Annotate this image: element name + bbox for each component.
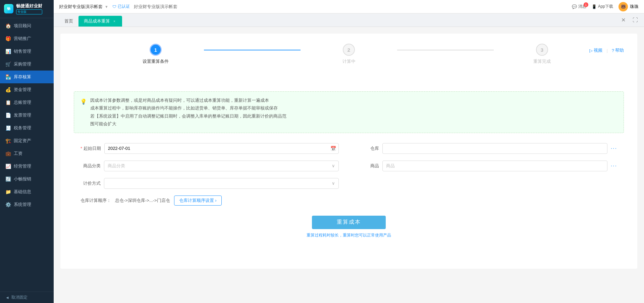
logo-text: 畅 xyxy=(7,6,10,11)
phone-icon: 📱 xyxy=(592,4,597,9)
sidebar-item-assets[interactable]: 🏗️ 固定资产 xyxy=(0,134,54,147)
sidebar-item-accounting[interactable]: 📋 总账管理 xyxy=(0,96,54,109)
main-area: 好业财专业版演示帐套 ▼ 🛡 已认证 好业财专业版演示帐套 💬 消息 1 📱 A… xyxy=(54,0,644,303)
finance-icon: 💰 xyxy=(5,87,11,92)
dropdown-arrow-icon: ▼ xyxy=(105,5,108,9)
step-1: 1 设置重算条件 xyxy=(107,44,204,64)
message-icon: 💬 xyxy=(572,4,577,9)
sidebar-item-label: 销售管理 xyxy=(14,48,31,54)
sidebar: 畅 畅捷通好业财 专业版 🏠 项目顾问 🎁 营销推广 📊 销售管理 🛒 采购管理… xyxy=(0,0,54,303)
content-area: 1 设置重算条件 2 计算中 xyxy=(54,27,644,303)
active-tab-label: 商品成本重算 xyxy=(84,18,110,24)
sidebar-item-invoice[interactable]: 📄 发票管理 xyxy=(0,109,54,122)
notice-line-3: 若【系统设置】中启用了自动调整记账日期时，会调整入库单的整单记账日期，因此重新计… xyxy=(90,112,286,120)
home-tab-label: 首页 xyxy=(64,18,73,24)
sidebar-item-purchase[interactable]: 🛒 采购管理 xyxy=(0,58,54,71)
close-icon: ✕ xyxy=(621,17,626,23)
help-link[interactable]: ? 帮助 xyxy=(612,47,624,53)
calendar-icon[interactable]: 📅 xyxy=(330,146,336,151)
goods-row: 商品 商品 ··· xyxy=(359,161,617,171)
account-selector[interactable]: 好业财专业版演示帐套 ▼ xyxy=(59,4,108,10)
sidebar-item-label: 总账管理 xyxy=(14,99,31,105)
sidebar-item-marketing[interactable]: 🎁 营销推广 xyxy=(0,32,54,45)
warehouse-order-row: 仓库计算顺序： 总仓->深圳仓库->...->门店仓 仓库计算顺序设置 › xyxy=(74,196,624,206)
notice-icon: 💡 xyxy=(80,97,87,128)
sidebar-item-basic[interactable]: 📁 基础信息 xyxy=(0,185,54,198)
sidebar-item-project[interactable]: 🏠 项目顾问 xyxy=(0,19,54,32)
step-3-number: 3 xyxy=(541,47,543,53)
sidebar-item-finance[interactable]: 💰 资金管理 xyxy=(0,83,54,96)
start-date-field: 📅 xyxy=(104,143,339,154)
avatar: 🐻 xyxy=(619,2,628,11)
goods-input[interactable]: 商品 xyxy=(382,161,607,171)
user-menu[interactable]: 🐻 珠珠 xyxy=(619,2,639,11)
tabbar-actions: ✕ ⛶ xyxy=(614,13,644,27)
sidebar-item-salary[interactable]: 💼 工资 xyxy=(0,147,54,160)
app-download-label: App下载 xyxy=(598,4,613,9)
sidebar-unpin[interactable]: ◄ 取消固定 xyxy=(0,292,54,303)
warehouse-field xyxy=(382,143,607,154)
category-select[interactable]: 商品分类 ∨ xyxy=(104,161,339,171)
start-date-row: 起始日期 📅 xyxy=(80,143,339,154)
sidebar-item-tax[interactable]: 🧾 税务管理 xyxy=(0,122,54,134)
step-connector-1 xyxy=(204,50,301,50)
video-link[interactable]: ▷ 视频 xyxy=(589,47,602,53)
warehouse-order-btn-label: 仓库计算顺序设置 › xyxy=(179,198,217,204)
goods-more-icon[interactable]: ··· xyxy=(611,163,617,169)
operation-icon: 📈 xyxy=(5,164,11,169)
step-1-label: 设置重算条件 xyxy=(143,58,169,64)
stepper-section: 1 设置重算条件 2 计算中 xyxy=(74,44,624,85)
sidebar-item-label: 小畅报销 xyxy=(14,176,31,182)
sidebar-item-label: 资金管理 xyxy=(14,87,31,93)
sidebar-item-label: 税务管理 xyxy=(14,125,31,131)
message-button[interactable]: 💬 消息 1 xyxy=(572,4,586,9)
sidebar-item-expense[interactable]: 🔄 小畅报销 xyxy=(0,173,54,185)
warehouse-input[interactable] xyxy=(382,143,607,154)
expand-icon: ⛶ xyxy=(633,17,638,23)
close-window-button[interactable]: ✕ xyxy=(619,15,628,25)
recalc-button[interactable]: 重算成本 xyxy=(312,216,386,229)
tab-home[interactable]: 首页 xyxy=(59,16,78,27)
company-name: 好业财专业版演示帐套 xyxy=(134,4,177,10)
shield-icon: 🛡 xyxy=(112,4,116,9)
pricing-row: 计价方式 ∨ xyxy=(80,178,339,189)
unpin-icon: ◄ xyxy=(5,295,9,300)
sidebar-nav: 🏠 项目顾问 🎁 营销推广 📊 销售管理 🛒 采购管理 🏪 库存核算 💰 资金管… xyxy=(0,18,54,292)
tax-icon: 🧾 xyxy=(5,125,11,131)
salary-icon: 💼 xyxy=(5,151,11,156)
notice-line-1: 因成本计算参数调整，或是对商品成本有疑问时，可以通过成本重算功能，重新计算一遍成… xyxy=(90,96,286,104)
tab-close-icon[interactable]: × xyxy=(112,19,117,24)
expense-icon: 🔄 xyxy=(5,176,11,182)
warehouse-row: 仓库 ··· xyxy=(359,143,617,154)
sidebar-item-operation[interactable]: 📈 经营管理 xyxy=(0,160,54,173)
app-download-button[interactable]: 📱 App下载 xyxy=(592,4,613,9)
start-date-input[interactable] xyxy=(104,143,339,154)
step-2-number: 2 xyxy=(347,47,350,53)
category-label: 商品分类 xyxy=(80,163,101,169)
play-icon: ▷ xyxy=(589,48,593,53)
sidebar-title-block: 畅捷通好业财 专业版 xyxy=(16,3,42,14)
marketing-icon: 🎁 xyxy=(5,36,11,41)
sidebar-item-system[interactable]: ⚙️ 系统管理 xyxy=(0,198,54,211)
sidebar-item-label: 经营管理 xyxy=(14,163,31,169)
warehouse-order-settings-button[interactable]: 仓库计算顺序设置 › xyxy=(174,196,222,206)
verified-text: 已认证 xyxy=(118,4,130,9)
purchase-icon: 🛒 xyxy=(5,61,11,67)
expand-window-button[interactable]: ⛶ xyxy=(631,15,640,25)
sidebar-item-label: 发票管理 xyxy=(14,112,31,118)
basic-icon: 📁 xyxy=(5,189,11,194)
app-logo: 畅 xyxy=(4,4,13,13)
account-name: 好业财专业版演示帐套 xyxy=(59,4,103,10)
topbar: 好业财专业版演示帐套 ▼ 🛡 已认证 好业财专业版演示帐套 💬 消息 1 📱 A… xyxy=(54,0,644,13)
sidebar-item-inventory[interactable]: 🏪 库存核算 xyxy=(0,71,54,83)
sidebar-item-sales[interactable]: 📊 销售管理 xyxy=(0,45,54,58)
question-icon: ? xyxy=(612,48,614,53)
warehouse-more-icon[interactable]: ··· xyxy=(611,145,617,152)
tab-cost-recalc[interactable]: 商品成本重算 × xyxy=(78,16,122,27)
project-icon: 🏠 xyxy=(5,23,11,29)
step-2-circle: 2 xyxy=(343,44,355,56)
sidebar-item-label: 项目顾问 xyxy=(14,23,31,29)
pricing-select[interactable]: ∨ xyxy=(104,178,339,189)
app-badge: 专业版 xyxy=(16,9,42,14)
assets-icon: 🏗️ xyxy=(5,138,11,143)
